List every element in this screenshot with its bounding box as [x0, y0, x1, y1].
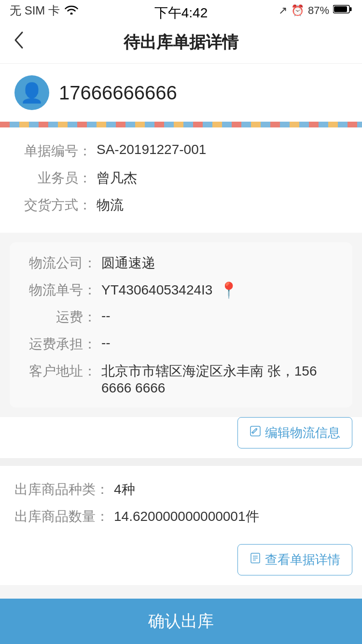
delivery-row: 交货方式： 物流 — [14, 196, 348, 214]
document-number-label: 单据编号： — [14, 142, 92, 160]
svg-rect-1 — [350, 7, 352, 11]
document-icon — [250, 552, 261, 567]
salesperson-label: 业务员： — [14, 169, 92, 187]
edit-icon — [250, 425, 261, 440]
freight-bearer-label: 运费承担： — [19, 335, 97, 353]
status-time: 下午4:42 — [154, 4, 208, 22]
status-bar: 无 SIM 卡 下午4:42 ↗ ⏰ 87% — [0, 0, 362, 21]
avatar: 👤 — [14, 75, 49, 110]
product-quantity-label: 出库商品数量： — [14, 507, 109, 526]
page-title: 待出库单据详情 — [124, 31, 238, 54]
alarm-icon: ⏰ — [291, 4, 304, 17]
back-button[interactable] — [14, 30, 25, 54]
map-pin-icon[interactable]: 📍 — [219, 281, 238, 299]
edit-logistics-label: 编辑物流信息 — [265, 424, 340, 441]
logistics-company-row: 物流公司： 圆通速递 — [19, 254, 343, 272]
product-section: 出库商品种类： 4种 出库商品数量： 14.620000000000001件 — [0, 466, 362, 544]
confirm-outbound-button[interactable]: 确认出库 — [0, 610, 362, 632]
location-service-icon: ↗ — [278, 4, 287, 17]
freight-bearer-row: 运费承担： -- — [19, 335, 343, 353]
edit-logistics-row: 编辑物流信息 — [0, 417, 362, 458]
carrier-text: 无 SIM 卡 — [10, 3, 60, 18]
person-icon: 👤 — [20, 82, 44, 104]
product-type-label: 出库商品种类： — [14, 480, 109, 499]
tracking-row: 物流单号： YT43064053424I3 📍 — [19, 281, 343, 299]
wifi-icon — [65, 4, 78, 17]
logistics-company-label: 物流公司： — [19, 254, 97, 272]
address-row: 客户地址： 北京市市辖区海淀区永丰南 张，156 6666 6666 — [19, 362, 343, 396]
svg-rect-2 — [334, 6, 347, 12]
battery-icon — [333, 4, 352, 17]
view-detail-row: 查看单据详情 — [0, 544, 362, 585]
freight-value: -- — [101, 308, 343, 323]
view-detail-label: 查看单据详情 — [265, 551, 340, 568]
tracking-label: 物流单号： — [19, 281, 97, 299]
gray-divider-1 — [0, 458, 362, 466]
logistics-card: 物流公司： 圆通速递 物流单号： YT43064053424I3 📍 运费： -… — [10, 242, 352, 407]
logistics-company-value: 圆通速递 — [101, 254, 343, 272]
delivery-value: 物流 — [97, 196, 348, 214]
salesperson-value: 曾凡杰 — [97, 169, 348, 187]
edit-logistics-button[interactable]: 编辑物流信息 — [237, 417, 352, 448]
view-detail-button[interactable]: 查看单据详情 — [237, 544, 352, 575]
salesperson-row: 业务员： 曾凡杰 — [14, 169, 348, 187]
product-type-row: 出库商品种类： 4种 — [14, 480, 348, 499]
document-number-value: SA-20191227-001 — [97, 142, 348, 157]
product-quantity-value: 14.620000000000001件 — [114, 507, 348, 526]
address-label: 客户地址： — [19, 362, 97, 380]
status-right: ↗ ⏰ 87% — [278, 4, 352, 17]
product-type-value: 4种 — [114, 480, 348, 499]
dashed-divider — [0, 122, 362, 127]
nav-bar: 待出库单据详情 — [0, 21, 362, 64]
document-info-section: 单据编号： SA-20191227-001 业务员： 曾凡杰 交货方式： 物流 — [0, 127, 362, 233]
freight-bearer-value: -- — [101, 335, 343, 350]
delivery-label: 交货方式： — [14, 196, 92, 214]
confirm-button-container: 确认出库 — [0, 599, 362, 644]
document-number-row: 单据编号： SA-20191227-001 — [14, 142, 348, 160]
status-left: 无 SIM 卡 — [10, 3, 78, 18]
customer-phone: 17666666666 — [59, 82, 177, 104]
tracking-value: YT43064053424I3 📍 — [101, 281, 343, 299]
product-quantity-row: 出库商品数量： 14.620000000000001件 — [14, 507, 348, 526]
customer-header: 👤 17666666666 — [0, 64, 362, 122]
battery-text: 87% — [308, 4, 329, 17]
freight-label: 运费： — [19, 308, 97, 326]
address-value: 北京市市辖区海淀区永丰南 张，156 6666 6666 — [101, 362, 343, 396]
freight-row: 运费： -- — [19, 308, 343, 326]
